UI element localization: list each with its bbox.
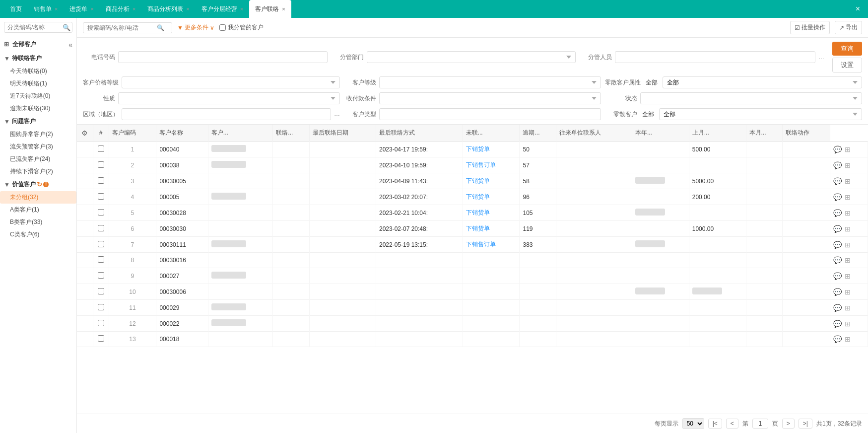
th-contact[interactable]: 联络... <box>273 125 310 142</box>
payment-select[interactable] <box>379 92 601 104</box>
row-checkbox[interactable] <box>98 193 104 200</box>
last-page-btn[interactable]: >| <box>799 419 812 429</box>
row-checkbox[interactable] <box>98 209 104 216</box>
row-last-method[interactable]: 下销货单 <box>463 189 520 205</box>
th-code[interactable]: 客户编码 <box>109 125 156 142</box>
next-page-btn[interactable]: > <box>782 419 795 429</box>
tab-purchase-close[interactable]: × <box>90 6 93 12</box>
sidebar-item-overdue[interactable]: 逾期未联络(30) <box>0 102 76 115</box>
region-more-icon[interactable]: … <box>334 111 340 118</box>
th-this-year[interactable]: 本年... <box>632 125 689 142</box>
th-this-month[interactable]: 本月... <box>746 125 783 142</box>
tab-sales-close[interactable]: × <box>55 6 58 12</box>
grid-action-icon[interactable]: ⊞ <box>845 225 851 233</box>
row-checkbox[interactable] <box>98 288 104 294</box>
sidebar-all-customers[interactable]: ⊞ 全部客户 « <box>0 37 76 52</box>
row-checkbox-cell[interactable] <box>93 221 109 237</box>
last-method-link[interactable]: 下销货单 <box>466 209 490 216</box>
chat-icon[interactable]: 💬 <box>833 320 842 328</box>
row-checkbox-cell[interactable] <box>93 253 109 268</box>
refresh-icon[interactable]: ↻ <box>37 181 42 188</box>
last-method-link[interactable]: 下销货单 <box>466 225 490 232</box>
grid-action-icon[interactable]: ⊞ <box>845 272 851 280</box>
sidebar-item-stockpile[interactable]: 囤购异常客户(2) <box>0 128 76 141</box>
row-checkbox[interactable] <box>98 225 104 231</box>
retail-select[interactable]: 全部 <box>659 108 862 120</box>
grid-action-icon[interactable]: ⊞ <box>845 320 851 328</box>
row-last-method[interactable]: 下销售订单 <box>463 237 520 253</box>
row-checkbox[interactable] <box>98 145 104 152</box>
row-last-method[interactable]: 下销货单 <box>463 173 520 189</box>
tab-product-analysis-close[interactable]: × <box>133 6 135 12</box>
row-checkbox[interactable] <box>98 304 104 310</box>
prev-page-btn[interactable]: < <box>726 419 738 429</box>
chat-icon[interactable]: 💬 <box>833 256 842 264</box>
nature-select[interactable] <box>118 92 340 104</box>
last-method-link[interactable]: 下销售订单 <box>466 241 496 248</box>
tab-sales[interactable]: 销售单 × <box>28 0 64 18</box>
tab-product-analysis-list-close[interactable]: × <box>186 6 189 12</box>
first-page-btn[interactable]: |< <box>708 419 722 429</box>
sidebar-item-a-class[interactable]: A类客户(1) <box>0 204 76 216</box>
more-conditions-btn[interactable]: ▼ 更多条件 ∨ <box>177 23 214 32</box>
my-customers-checkbox-label[interactable]: 我分管的客户 <box>219 23 264 32</box>
row-checkbox[interactable] <box>98 161 104 168</box>
sidebar-item-7days[interactable]: 近7天待联络(0) <box>0 90 76 102</box>
staff-more-icon[interactable]: … <box>818 54 824 61</box>
tab-customer-contact[interactable]: 客户联络 × <box>249 0 291 18</box>
grid-action-icon[interactable]: ⊞ <box>845 161 851 169</box>
chat-icon[interactable]: 💬 <box>833 209 842 217</box>
grid-action-icon[interactable]: ⊞ <box>845 304 851 312</box>
tab-product-analysis[interactable]: 商品分析 × <box>100 0 141 18</box>
tab-customer-tier[interactable]: 客户分层经营 × <box>196 0 249 18</box>
last-method-link[interactable]: 下销货单 <box>466 145 490 152</box>
row-last-method[interactable] <box>463 253 520 268</box>
row-last-method[interactable] <box>463 284 520 300</box>
grid-action-icon[interactable]: ⊞ <box>845 288 851 296</box>
th-overdue[interactable]: 逾期... <box>520 125 556 142</box>
th-last-method[interactable]: 最后联络方式 <box>376 125 463 142</box>
grid-action-icon[interactable]: ⊞ <box>845 209 851 217</box>
last-method-link[interactable]: 下销货单 <box>466 193 490 200</box>
collapse-icon[interactable]: « <box>68 41 72 49</box>
th-settings[interactable]: ⚙ <box>77 125 93 142</box>
row-checkbox[interactable] <box>98 177 104 184</box>
tab-purchase[interactable]: 进货单 × <box>64 0 99 18</box>
chat-icon[interactable]: 💬 <box>833 193 842 201</box>
row-last-method[interactable]: 下销货单 <box>463 205 520 221</box>
grid-action-icon[interactable]: ⊞ <box>845 145 851 153</box>
status-select[interactable] <box>640 92 862 104</box>
tab-home[interactable]: 首页 <box>4 0 28 18</box>
th-partner-contact[interactable]: 往来单位联系人 <box>556 125 632 142</box>
sidebar-item-b-class[interactable]: B类客户(33) <box>0 216 76 228</box>
staff-input[interactable] <box>615 51 815 63</box>
th-type[interactable]: 客户... <box>208 125 273 142</box>
tab-product-analysis-list[interactable]: 商品分析列表 × <box>141 0 195 18</box>
sidebar-item-today[interactable]: 今天待联络(0) <box>0 65 76 77</box>
row-checkbox-cell[interactable] <box>93 173 109 189</box>
per-page-select[interactable]: 50 <box>682 418 704 429</box>
row-last-method[interactable] <box>463 316 520 332</box>
sidebar-item-churned[interactable]: 已流失客户(24) <box>0 153 76 165</box>
row-checkbox-cell[interactable] <box>93 284 109 300</box>
cust-type-input[interactable] <box>379 108 601 120</box>
row-checkbox[interactable] <box>98 320 104 326</box>
query-button[interactable]: 查询 <box>832 42 862 56</box>
row-checkbox[interactable] <box>98 241 104 247</box>
sidebar-item-c-class[interactable]: C类客户(6) <box>0 228 76 241</box>
chat-icon[interactable]: 💬 <box>833 145 842 153</box>
last-method-link[interactable]: 下销货单 <box>466 177 490 184</box>
row-last-method[interactable]: 下销货单 <box>463 142 520 157</box>
window-close-btn[interactable]: × <box>852 4 864 13</box>
my-customers-checkbox[interactable] <box>219 24 226 31</box>
th-last-date[interactable]: 最后联络日期 <box>310 125 376 142</box>
row-checkbox-cell[interactable] <box>93 237 109 253</box>
row-checkbox-cell[interactable] <box>93 268 109 284</box>
grid-action-icon[interactable]: ⊞ <box>845 241 851 249</box>
row-checkbox-cell[interactable] <box>93 205 109 221</box>
batch-ops-btn[interactable]: ☑ 批量操作 <box>790 21 830 34</box>
cust-level-select[interactable] <box>379 76 601 88</box>
row-last-method[interactable] <box>463 300 520 316</box>
filter-search-box[interactable]: 🔍 <box>83 22 172 33</box>
chat-icon[interactable]: 💬 <box>833 288 842 296</box>
